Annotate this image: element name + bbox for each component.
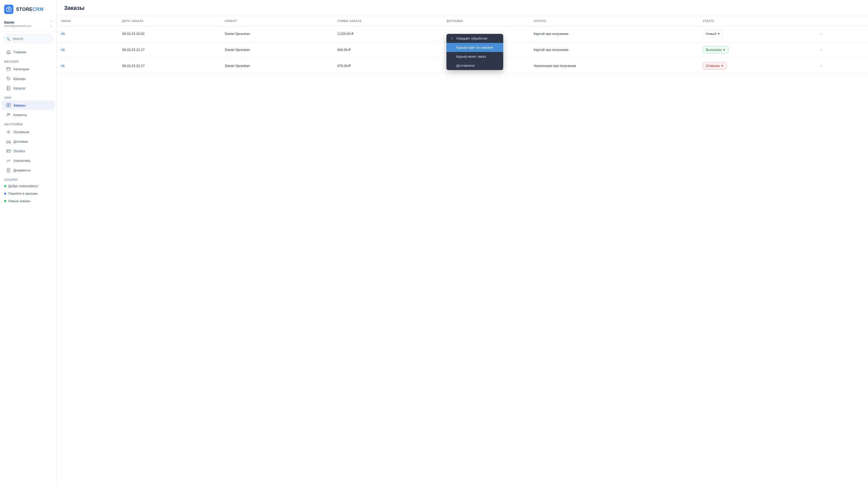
book-icon [6,86,11,90]
gear-icon [6,130,11,134]
dot-blue-icon [4,193,6,195]
sidebar-link-shop[interactable]: Перейти в магазин [0,190,57,197]
section-label-settings: Настройки [0,120,57,127]
section-label-crm: CRM [0,93,57,100]
user-chevron-icon[interactable]: ⌃⌄ [50,20,53,27]
sidebar-item-docs[interactable]: Документы [2,166,55,175]
order-link-3[interactable]: #3 [61,32,65,36]
new-orders-label: Новые заказы [8,199,30,203]
home-label: Главная [13,50,26,54]
sidebar-nav: Главная Магазин Категории Бренды [0,46,57,486]
sidebar-item-analytics[interactable]: Аналитика [2,156,55,165]
delivery-option-courier-going[interactable]: Курьер едет за заказом [446,43,503,52]
page-header: Заказы [57,0,868,16]
sidebar-item-delivery[interactable]: Доставка [2,137,55,146]
col-payment: ОПЛАТА [530,16,699,26]
search-input[interactable] [4,34,53,43]
truck-icon [6,139,11,144]
sidebar-link-new-orders[interactable]: Новые заказы [0,197,57,205]
svg-rect-13 [7,151,8,152]
col-date: ДАТА ЗАКАЗА [118,16,221,26]
clients-label: Клиенты [13,113,27,117]
order-link-1[interactable]: #1 [61,64,65,68]
logo-text: STORECRM [16,7,44,12]
search-box: 🔍 [4,34,53,43]
credit-icon [6,149,11,153]
status-chevron-icon-1: ▾ [721,64,723,68]
delivery-label: Доставка [13,140,28,143]
col-status: СТАТУС [699,16,813,26]
logo-area: STORECRM [0,0,57,18]
col-delivery: ДОСТАВКА [442,16,530,26]
user-email: daniel@spravtsev.pro [4,24,32,27]
sidebar-item-brands[interactable]: Бренды [2,74,55,83]
user-block[interactable]: Daniel daniel@spravtsev.pro ⌃⌄ [0,18,57,31]
order-link-2[interactable]: #2 [61,48,65,52]
orders-label: Заказы [13,104,26,107]
order-arrow-btn-1[interactable]: → [817,62,825,69]
sidebar-item-clients[interactable]: Клиенты [2,110,55,119]
order-status-1: Отменен ▾ [699,58,813,74]
order-date-2: 06.02.23 21:17 [118,42,221,58]
orders-table-area: ЗАКАЗ ДАТА ЗАКАЗА КЛИЕНТ СУММА ЗАКАЗА ДО… [57,16,868,486]
orders-table: ЗАКАЗ ДАТА ЗАКАЗА КЛИЕНТ СУММА ЗАКАЗА ДО… [57,16,868,74]
brands-label: Бренды [13,77,26,81]
order-arrow-btn-2[interactable]: → [817,47,825,53]
sidebar-item-orders[interactable]: Заказы [2,101,55,110]
delivery-option-courier-delivering[interactable]: Курьер везет заказ [446,52,503,61]
order-amount-3: 2,220.00 ₽ [333,26,442,42]
doc-icon [6,168,11,172]
sidebar: STORECRM Daniel daniel@spravtsev.pro ⌃⌄ … [0,0,57,486]
delivery-option-courier-going-label: Курьер едет за заказом [456,46,493,49]
dot-green-icon [4,185,6,187]
delivery-dropdown-menu: ✓ Ожидает обработки Курьер едет за заказ… [446,34,503,70]
table-row: #3 06.02.23 22:02 Daniel Spravtsev 2,220… [57,26,868,42]
status-label-3: Новый [706,32,716,36]
svg-point-11 [9,143,10,143]
section-label-links: ССЫЛКИ [0,175,57,182]
section-label-shop: Магазин [0,57,57,64]
logo-icon [4,5,13,14]
order-client-1: Daniel Spravtsev [221,58,333,74]
status-dropdown-2[interactable]: Выполнен ▾ [703,46,728,54]
svg-rect-2 [7,68,10,71]
docs-label: Документы [13,168,31,172]
clients-icon [6,112,11,117]
order-payment-1: Наличными при получении [530,58,699,74]
orders-icon [6,103,11,108]
svg-point-10 [7,143,8,143]
svg-point-8 [8,131,9,132]
sidebar-item-basic[interactable]: Основные [2,127,55,137]
col-action [813,16,868,26]
order-status-3: Новый ▾ [699,26,813,42]
order-amount-1: 670.00 ₽ [333,58,442,74]
order-client-3: Daniel Spravtsev [221,26,333,42]
svg-rect-1 [8,9,9,10]
check-icon: ✓ [451,36,454,40]
order-amount-2: 640.00 ₽ [333,42,442,58]
analytics-label: Аналитика [13,159,30,163]
delivery-option-delivered[interactable]: Доставлено [446,61,503,70]
tag-icon [6,76,11,81]
sidebar-link-welcome[interactable]: Добро пожаловать! [0,182,57,190]
col-amount: СУММА ЗАКАЗА [333,16,442,26]
status-dropdown-1[interactable]: Отменен ▾ [703,62,727,69]
status-chevron-icon-3: ▾ [718,32,720,36]
home-icon [6,50,11,54]
sidebar-item-home[interactable]: Главная [2,47,55,57]
svg-rect-9 [6,141,9,142]
table-header-row: ЗАКАЗ ДАТА ЗАКАЗА КЛИЕНТ СУММА ЗАКАЗА ДО… [57,16,868,26]
sidebar-item-categories[interactable]: Категории [2,64,55,74]
sidebar-item-catalog[interactable]: Каталог [2,84,55,93]
delivery-option-courier-delivering-label: Курьер везет заказ [456,55,486,58]
col-client: КЛИЕНТ [221,16,333,26]
order-arrow-btn-3[interactable]: → [817,30,825,37]
shop-label: Перейти в магазин [8,192,38,195]
order-date-3: 06.02.23 22:02 [118,26,221,42]
status-dropdown-3[interactable]: Новый ▾ [703,30,723,37]
sidebar-item-payment[interactable]: Оплата [2,146,55,155]
search-icon: 🔍 [6,37,10,40]
order-date-1: 06.02.23 21:17 [118,58,221,74]
order-payment-3: Картой при получении [530,26,699,42]
delivery-option-waiting[interactable]: ✓ Ожидает обработки [446,34,503,43]
